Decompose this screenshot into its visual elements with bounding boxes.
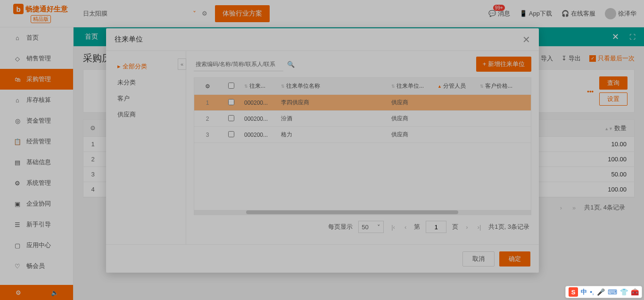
ime-mic-icon[interactable]: 🎤 — [597, 288, 605, 296]
modal-overlay[interactable] — [0, 0, 644, 300]
ime-toolbox-icon[interactable]: 🧰 — [631, 288, 639, 296]
ime-skin-icon[interactable]: 👕 — [620, 288, 628, 296]
ime-toolbar[interactable]: S 中 •, 🎤 ⌨ 👕 🧰 — [565, 286, 642, 298]
ime-lang-toggle[interactable]: 中 — [581, 288, 587, 296]
ime-logo-icon: S — [569, 287, 578, 297]
ime-punct-icon[interactable]: •, — [590, 288, 594, 296]
ime-keyboard-icon[interactable]: ⌨ — [608, 288, 617, 296]
